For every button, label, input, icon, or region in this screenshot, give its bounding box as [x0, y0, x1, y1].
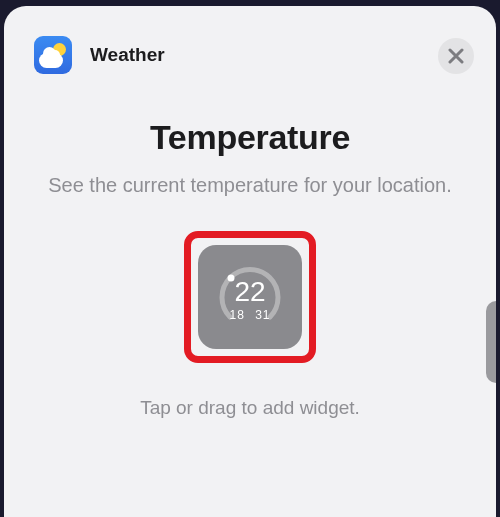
close-icon	[448, 48, 464, 64]
next-widget-peek[interactable]	[486, 301, 496, 383]
selection-highlight: 22 18 31	[184, 231, 316, 363]
instruction-hint: Tap or drag to add widget.	[4, 397, 496, 419]
temperature-widget-small[interactable]: 22 18 31	[198, 245, 302, 349]
weather-app-icon	[34, 36, 72, 74]
temperature-readout: 22 18 31	[229, 278, 270, 322]
temperature-range: 18 31	[229, 308, 270, 322]
app-name-label: Weather	[90, 44, 165, 66]
close-button[interactable]	[438, 38, 474, 74]
page-subtitle: See the current temperature for your loc…	[44, 171, 456, 199]
current-temperature: 22	[229, 278, 270, 306]
widget-picker-sheet: Weather Temperature See the current temp…	[4, 6, 496, 517]
low-temperature: 18	[229, 308, 244, 322]
widget-preview-area: 22 18 31	[4, 231, 496, 363]
page-title: Temperature	[4, 118, 496, 157]
high-temperature: 31	[255, 308, 270, 322]
header: Weather	[4, 6, 496, 84]
